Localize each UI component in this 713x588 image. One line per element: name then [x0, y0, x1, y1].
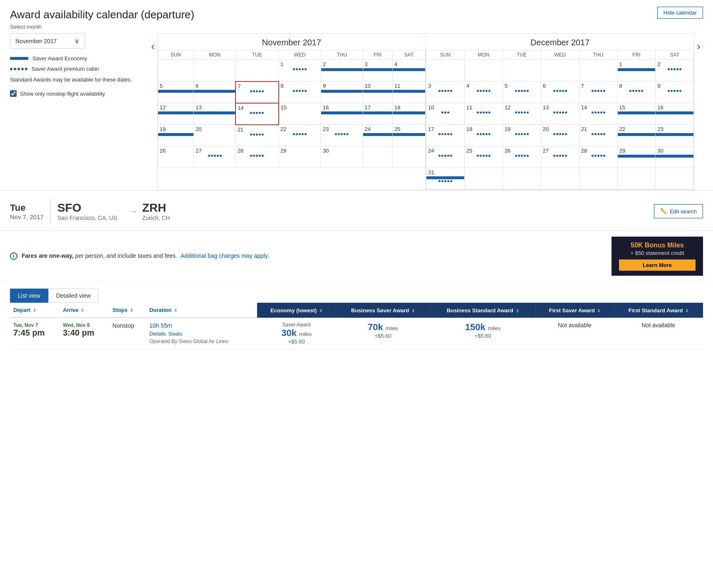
nov-day-17[interactable]: 17 — [363, 103, 392, 125]
dec-day-31[interactable]: 31 — [426, 168, 465, 190]
nov-day-19[interactable]: 19 — [158, 125, 193, 146]
seats-link[interactable]: Seats — [168, 331, 182, 337]
dec-col-thu: THU — [579, 50, 617, 60]
nov-day-21[interactable]: 21 — [235, 125, 278, 146]
nov-day-7-today[interactable]: 7 — [235, 82, 278, 103]
nov-day-10[interactable]: 10 — [363, 82, 392, 103]
nov-day-26[interactable]: 26 — [158, 146, 193, 168]
dec-day-21[interactable]: 21 — [579, 125, 617, 146]
nov-day-30[interactable]: 30 — [321, 146, 363, 168]
month-selector-dropdown[interactable]: November 2017 ∨ — [10, 33, 85, 49]
dec-day-5[interactable]: 5 — [503, 82, 541, 103]
flight-origin-code: SFO — [57, 201, 117, 215]
dec-day-13[interactable]: 13 — [541, 103, 579, 125]
nov-day-14-today[interactable]: 14 — [235, 103, 278, 125]
dec-day-25[interactable]: 25 — [464, 146, 503, 168]
dec-day-3[interactable]: 3 — [426, 82, 465, 103]
nov-day-24[interactable]: 24 — [363, 125, 392, 146]
dec-col-fri: FRI — [617, 50, 656, 60]
hide-calendar-button[interactable]: Hide calendar — [657, 7, 703, 19]
col-biz-saver-label: Business Saver Award — [351, 307, 409, 314]
depart-date: Tue, Nov 7 — [13, 322, 56, 328]
dec-day-8[interactable]: 8 — [617, 82, 656, 103]
edit-icon: ✏️ — [660, 208, 667, 215]
nov-day-2[interactable]: 2 — [321, 60, 363, 82]
col-arrive[interactable]: Arrive ⇕ — [59, 303, 109, 318]
nov-day-16[interactable]: 16 — [321, 103, 363, 125]
fares-note-link[interactable]: Additional bag charges may apply. — [181, 252, 269, 259]
december-title: December 2017 — [426, 34, 694, 50]
dec-day-18[interactable]: 18 — [464, 125, 503, 146]
nov-day-1[interactable]: 1 — [279, 60, 321, 82]
nov-day-15[interactable]: 15 — [279, 103, 321, 125]
list-view-tab[interactable]: List view — [10, 289, 48, 303]
col-duration[interactable]: Duration ⇕ — [146, 303, 257, 318]
nov-day-27[interactable]: 27 — [194, 146, 236, 168]
nonstop-checkbox[interactable] — [10, 90, 17, 97]
edit-search-button[interactable]: ✏️ Edit search — [654, 204, 703, 218]
sort-icon: ⇕ — [319, 309, 322, 313]
dec-day-11[interactable]: 11 — [464, 103, 503, 125]
dec-day-28[interactable]: 28 — [579, 146, 617, 168]
dec-day-27[interactable]: 27 — [541, 146, 579, 168]
december-calendar: December 2017 SUN MON TUE WED THU FRI SA… — [426, 33, 694, 190]
dec-day-15[interactable]: 15 — [617, 103, 656, 125]
col-economy[interactable]: Economy (lowest) ⇕ — [257, 303, 336, 318]
dec-day-12[interactable]: 12 — [503, 103, 541, 125]
nov-day-12[interactable]: 12 — [158, 103, 193, 125]
dec-day-16[interactable]: 16 — [656, 103, 694, 125]
biz-standard-cell[interactable]: 150k miles +$5.60 — [430, 318, 536, 349]
dec-day-17[interactable]: 17 — [426, 125, 465, 146]
nov-day-11[interactable]: 11 — [392, 82, 425, 103]
nov-day-4[interactable]: 4 — [392, 60, 425, 82]
calendar-wrapper: ‹ November 2017 SUN MON TUE WED THU — [149, 33, 703, 190]
dec-day-30[interactable]: 30 — [656, 146, 694, 168]
eco-label: Saver Award — [260, 322, 332, 328]
sort-icon: ⇕ — [81, 308, 84, 313]
nov-day-6[interactable]: 6 — [194, 82, 236, 103]
details-link[interactable]: Details — [149, 331, 166, 337]
dec-day-24[interactable]: 24 — [426, 146, 465, 168]
dec-day-20[interactable]: 20 — [541, 125, 579, 146]
nov-day-18[interactable]: 18 — [392, 103, 425, 125]
next-month-button[interactable]: › — [694, 36, 703, 57]
detailed-view-tab[interactable]: Detailed view — [48, 289, 99, 303]
nov-day-29[interactable]: 29 — [279, 146, 321, 168]
dec-day-6[interactable]: 6 — [541, 82, 579, 103]
learn-more-button[interactable]: Learn More — [619, 259, 696, 271]
dec-day-10[interactable]: 10 — [426, 103, 465, 125]
dec-day-9[interactable]: 9 — [656, 82, 694, 103]
nov-day-5[interactable]: 5 — [158, 82, 193, 103]
arrive-cell: Wed, Nov 8 3:40 pm — [59, 318, 109, 349]
dec-day-23[interactable]: 23 — [656, 125, 694, 146]
dec-day-26[interactable]: 26 — [503, 146, 541, 168]
nov-day-23[interactable]: 23 — [321, 125, 363, 146]
nov-day-8[interactable]: 8 — [279, 82, 321, 103]
dec-day-4[interactable]: 4 — [464, 82, 503, 103]
nov-day-25[interactable]: 25 — [392, 125, 425, 146]
nov-day-9[interactable]: 9 — [321, 82, 363, 103]
col-depart[interactable]: Depart ⇕ — [10, 303, 59, 318]
nov-day-20[interactable]: 20 — [194, 125, 236, 146]
dec-day-14[interactable]: 14 — [579, 103, 617, 125]
dec-day-22[interactable]: 22 — [617, 125, 656, 146]
dec-day-29[interactable]: 29 — [617, 146, 656, 168]
dec-day-19[interactable]: 19 — [503, 125, 541, 146]
nov-day-13[interactable]: 13 — [194, 103, 236, 125]
col-first-standard[interactable]: First Standard Award ⇕ — [614, 303, 703, 318]
col-biz-standard[interactable]: Business Standard Award ⇕ — [430, 303, 536, 318]
col-thu: THU — [321, 50, 363, 60]
dec-day-1[interactable]: 1 — [617, 60, 656, 82]
nonstop-checkbox-row[interactable]: Show only nonstop flight availability — [10, 90, 132, 97]
economy-cell[interactable]: Saver Award 30k miles +$5.60 — [257, 318, 336, 349]
dec-day-7[interactable]: 7 — [579, 82, 617, 103]
nov-day-28[interactable]: 28 — [235, 146, 278, 168]
col-biz-saver[interactable]: Business Saver Award ⇕ — [336, 303, 430, 318]
prev-month-button[interactable]: ‹ — [149, 36, 157, 57]
col-stops[interactable]: Stops ⇕ — [109, 303, 146, 318]
biz-saver-cell[interactable]: 70k miles +$5.60 — [336, 318, 430, 349]
col-first-saver[interactable]: First Saver Award ⇕ — [536, 303, 614, 318]
nov-day-22[interactable]: 22 — [279, 125, 321, 146]
dec-day-2[interactable]: 2 — [656, 60, 694, 82]
nov-day-3[interactable]: 3 — [363, 60, 392, 82]
